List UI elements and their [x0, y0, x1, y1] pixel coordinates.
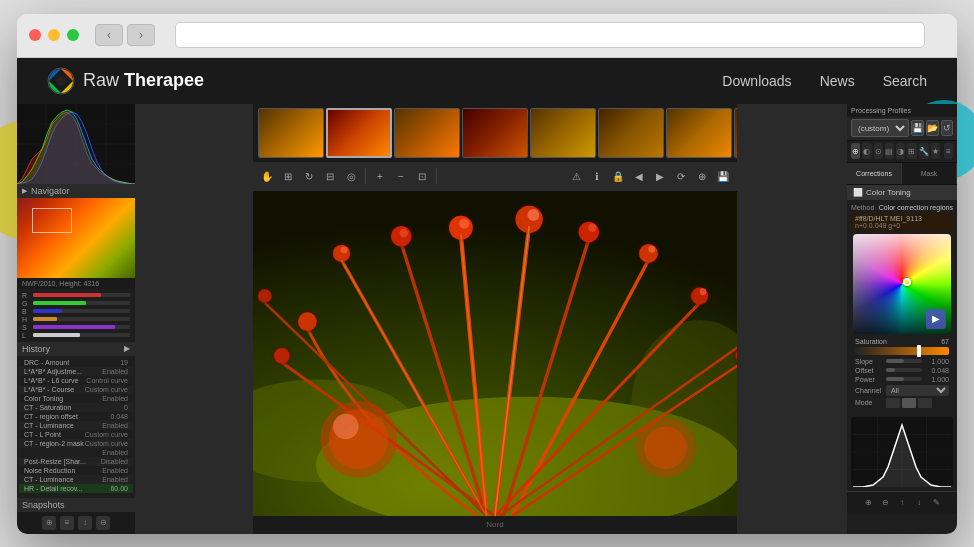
mode-btn-3[interactable]: [918, 398, 932, 408]
film-thumb-8[interactable]: [734, 108, 737, 158]
back-button[interactable]: ‹: [95, 24, 123, 46]
list-item[interactable]: CT - Luminance Enabled: [19, 475, 133, 484]
left-icon-1[interactable]: ⊕: [42, 516, 56, 530]
film-thumb-6[interactable]: [598, 108, 664, 158]
film-thumb-7[interactable]: [666, 108, 732, 158]
mode-btn-2[interactable]: [902, 398, 916, 408]
tool-sync[interactable]: ⟳: [672, 167, 690, 185]
forward-button[interactable]: ›: [127, 24, 155, 46]
film-thumb-2[interactable]: [326, 108, 392, 158]
saturation-bar[interactable]: [855, 347, 949, 355]
corr-icon-4[interactable]: ▤: [885, 143, 894, 159]
list-item[interactable]: HR - Detail recov... 60.00: [19, 484, 133, 493]
tab-mask[interactable]: Mask: [902, 163, 957, 184]
power-track[interactable]: [886, 377, 922, 381]
color-cursor[interactable]: [903, 278, 911, 286]
tool-save[interactable]: 💾: [714, 167, 732, 185]
mode-btn-1[interactable]: [886, 398, 900, 408]
tool-warn[interactable]: ⚠: [567, 167, 585, 185]
processing-profiles-select[interactable]: (custom): [851, 119, 909, 137]
pp-reset-btn[interactable]: ↺: [941, 120, 953, 136]
tab-corrections[interactable]: Corrections: [847, 163, 902, 184]
svg-point-46: [274, 348, 289, 363]
list-item[interactable]: CT - L Point Custom curve: [19, 430, 133, 439]
tool-hand[interactable]: ✋: [258, 167, 276, 185]
corr-icon-7[interactable]: 🔧: [919, 143, 929, 159]
list-item[interactable]: CT - Saturation 0: [19, 403, 133, 412]
tool-perspective[interactable]: ⊟: [321, 167, 339, 185]
corr-icon-9[interactable]: ≡: [944, 143, 953, 159]
corr-icon-1[interactable]: ⊕: [851, 143, 860, 159]
color-wheel[interactable]: ▶: [853, 234, 951, 334]
film-thumb-3[interactable]: [394, 108, 460, 158]
color-toning-section[interactable]: ⬜ Color Toning: [847, 185, 957, 200]
corr-icon-8[interactable]: ★: [931, 143, 940, 159]
minimize-button[interactable]: [48, 29, 60, 41]
list-item[interactable]: L*A*B* Adjustme... Enabled: [19, 367, 133, 376]
rp-icon-2[interactable]: ⊖: [878, 496, 892, 510]
svg-point-25: [459, 218, 469, 228]
corr-icon-2[interactable]: ◐: [862, 143, 871, 159]
tool-info[interactable]: ℹ: [588, 167, 606, 185]
list-item[interactable]: L*A*B* - L6 curve Control curve: [19, 376, 133, 385]
tool-spot[interactable]: ◎: [342, 167, 360, 185]
sat-handle[interactable]: [917, 345, 921, 357]
maximize-button[interactable]: [67, 29, 79, 41]
tool-prev[interactable]: ◀: [630, 167, 648, 185]
tool-next[interactable]: ▶: [651, 167, 669, 185]
offset-track[interactable]: [886, 368, 922, 372]
film-thumb-4[interactable]: [462, 108, 528, 158]
list-item[interactable]: Noise Reduction Enabled: [19, 466, 133, 475]
left-bottom-icons: ⊕ ≡ ↕ ⊖: [17, 512, 135, 534]
color-wheel-arrow[interactable]: ▶: [926, 309, 946, 329]
list-item[interactable]: CT - Luminance Enabled: [19, 421, 133, 430]
list-item[interactable]: Post-Resize [Shar... Disabled: [19, 457, 133, 466]
power-label: Power: [855, 376, 883, 383]
list-item[interactable]: L*A*B* - Course Custom curve: [19, 385, 133, 394]
nav-link-search[interactable]: Search: [883, 73, 927, 89]
tool-fit[interactable]: ⊡: [413, 167, 431, 185]
pp-load-btn[interactable]: 📂: [926, 120, 939, 136]
history-panel[interactable]: DRC - Amount 19 L*A*B* Adjustme... Enabl…: [17, 356, 135, 498]
nav-link-downloads[interactable]: Downloads: [722, 73, 791, 89]
film-strip: [253, 104, 737, 162]
tool-crop[interactable]: ⊞: [279, 167, 297, 185]
color-toning-area: Method Color correction regions #ff8/D/H…: [847, 200, 957, 413]
film-thumb-5[interactable]: [530, 108, 596, 158]
pp-save-btn[interactable]: 💾: [911, 120, 924, 136]
tool-zoom-in[interactable]: +: [371, 167, 389, 185]
tool-lock[interactable]: 🔒: [609, 167, 627, 185]
curve-svg: [851, 417, 953, 487]
list-item[interactable]: Enabled: [19, 448, 133, 457]
left-icon-2[interactable]: ≡: [60, 516, 74, 530]
rp-icon-3[interactable]: ↑: [895, 496, 909, 510]
rp-icon-4[interactable]: ↓: [912, 496, 926, 510]
corr-icon-5[interactable]: ◑: [896, 143, 905, 159]
slope-track[interactable]: [886, 359, 922, 363]
slope-value: 1.000: [925, 358, 949, 365]
close-button[interactable]: [29, 29, 41, 41]
tool-queue[interactable]: ⊕: [693, 167, 711, 185]
list-item[interactable]: CT - region-2 mask Custom curve: [19, 439, 133, 448]
list-item[interactable]: CT - region offset 0.048: [19, 412, 133, 421]
rp-icon-1[interactable]: ⊕: [861, 496, 875, 510]
svg-point-21: [400, 228, 409, 237]
left-icon-4[interactable]: ⊖: [96, 516, 110, 530]
list-item[interactable]: Color Toning Enabled: [19, 394, 133, 403]
image-area: [253, 192, 737, 516]
channel-select[interactable]: All: [886, 385, 949, 396]
corr-icon-3[interactable]: ⊙: [874, 143, 883, 159]
tool-zoom-out[interactable]: −: [392, 167, 410, 185]
curve-area[interactable]: [851, 417, 953, 487]
film-thumb-1[interactable]: [258, 108, 324, 158]
tool-rotate[interactable]: ↻: [300, 167, 318, 185]
list-item[interactable]: DRC - Amount 19: [19, 358, 133, 367]
url-bar[interactable]: [175, 22, 925, 48]
rp-icon-5[interactable]: ✎: [929, 496, 943, 510]
left-icon-3[interactable]: ↕: [78, 516, 92, 530]
nav-link-news[interactable]: News: [820, 73, 855, 89]
rp-bottom-icons: ⊕ ⊖ ↑ ↓ ✎: [847, 491, 957, 514]
color-wheel-container[interactable]: ▶: [853, 234, 951, 334]
corr-icon-6[interactable]: ⊞: [907, 143, 916, 159]
channel-row: Channel All: [851, 384, 953, 397]
